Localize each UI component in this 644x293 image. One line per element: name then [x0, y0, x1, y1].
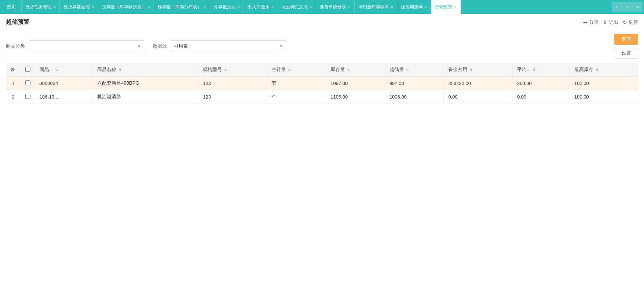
- table-body: 1 0000004 六配套新昌490BPG 123 套 1097.00 997.…: [6, 77, 638, 104]
- row-spec: 123: [198, 90, 267, 104]
- col-overflow[interactable]: 超储量 ⇅: [385, 63, 444, 77]
- row-capital: 259220.00: [444, 77, 512, 90]
- table-wrapper: ⚙ 商品... ⇅ 商品名称 ⇅ 规格型号 ⇅: [0, 63, 644, 104]
- col-spec[interactable]: 规格型号 ⇅: [198, 63, 267, 77]
- col-avg[interactable]: 平均... ⇅: [512, 63, 570, 77]
- select-all-checkbox[interactable]: [25, 67, 30, 72]
- refresh-icon: ↻: [623, 19, 627, 25]
- row-maxstock: 100.00: [570, 90, 638, 104]
- col-gear: ⚙: [6, 63, 21, 77]
- sort-icon-avg: ⇅: [533, 68, 535, 72]
- nav-tab-0[interactable]: 拣货任务管理 ×: [22, 0, 60, 14]
- row-checkbox[interactable]: [25, 80, 30, 85]
- row-checkbox-cell: [21, 90, 35, 104]
- col-name[interactable]: 商品名称 ⇅: [93, 63, 198, 77]
- datasource-label: 数据源: [153, 43, 167, 49]
- nav-tab-3[interactable]: 现存量（库存分布表） ×: [154, 0, 210, 14]
- close-tab-4[interactable]: ×: [238, 5, 240, 9]
- close-tab-9[interactable]: ×: [425, 5, 427, 9]
- category-filter: 商品分类 ▼: [6, 40, 145, 52]
- nav-tab-9[interactable]: 保质期查询 ×: [397, 0, 431, 14]
- row-avg: 0.00: [512, 90, 570, 104]
- row-overflow: 997.00: [385, 77, 444, 90]
- table-row: 1 0000004 六配套新昌490BPG 123 套 1097.00 997.…: [6, 77, 638, 90]
- nav-tab-6[interactable]: 收发存汇总表 ×: [278, 0, 316, 14]
- close-tab-7[interactable]: ×: [348, 5, 350, 9]
- share-button[interactable]: ➦ 分享: [583, 19, 599, 26]
- filter-area: 商品分类 ▼ 数据源 可用量 ▼ 查询 设置: [0, 29, 644, 63]
- col-unit[interactable]: 主计量 ⇅: [267, 63, 326, 77]
- nav-tab-10[interactable]: 超储预警 ×: [431, 0, 460, 14]
- settings-button[interactable]: 设置: [615, 48, 638, 59]
- row-name: 机油滤清器: [93, 90, 198, 104]
- page-title: 超储预警: [6, 18, 29, 26]
- nav-arrow-close[interactable]: ×: [632, 2, 643, 12]
- share-icon: ➦: [583, 19, 588, 25]
- close-tab-2[interactable]: ×: [148, 5, 150, 9]
- row-avg: 260.00: [512, 77, 570, 90]
- col-stock[interactable]: 库存量 ⇅: [326, 63, 385, 77]
- query-button[interactable]: 查询: [614, 34, 638, 45]
- datasource-select[interactable]: 可用量 ▼: [170, 40, 287, 52]
- export-icon: ⇓: [603, 19, 607, 25]
- data-table: ⚙ 商品... ⇅ 商品名称 ⇅ 规格型号 ⇅: [6, 63, 638, 104]
- sort-icon-code: ⇅: [55, 68, 58, 72]
- sort-icon-unit: ⇅: [288, 68, 291, 72]
- col-capital[interactable]: 资金占用 ⇅: [444, 63, 512, 77]
- row-index: 2: [6, 90, 21, 104]
- row-overflow: 1006.00: [385, 90, 444, 104]
- nav-arrow-right[interactable]: ›: [622, 2, 632, 12]
- row-code: 0000004: [35, 77, 93, 90]
- nav-tab-1[interactable]: 拣货异常处理 ×: [60, 0, 98, 14]
- row-checkbox-cell: [21, 77, 35, 90]
- col-checkbox: [21, 63, 35, 77]
- row-spec: 123: [198, 77, 267, 90]
- row-stock: 1097.00: [326, 77, 385, 90]
- nav-tab-5[interactable]: 出入库流水 ×: [244, 0, 278, 14]
- refresh-button[interactable]: ↻ 刷新: [623, 19, 638, 26]
- close-tab-0[interactable]: ×: [54, 5, 56, 9]
- home-tab[interactable]: 首页: [1, 0, 22, 14]
- filter-right-actions: 查询 设置: [614, 34, 638, 59]
- row-capital: 0.00: [444, 90, 512, 104]
- nav-tab-4[interactable]: 库存批次账 ×: [210, 0, 244, 14]
- gear-icon[interactable]: ⚙: [10, 67, 15, 73]
- category-select[interactable]: ▼: [28, 40, 145, 52]
- close-tab-10[interactable]: ×: [454, 5, 456, 9]
- row-maxstock: 100.00: [570, 77, 638, 90]
- sort-icon-spec: ⇅: [224, 68, 227, 72]
- table-row: 2 186-10... 机油滤清器 123 个 1106.00 1006.00 …: [6, 90, 638, 104]
- page-content: 超储预警 ➦ 分享 ⇓ 导出 ↻ 刷新 商品分类 ▼ 数据源: [0, 14, 644, 293]
- nav-tab-2[interactable]: 现存量（库存状况表） ×: [98, 0, 154, 14]
- row-unit: 套: [267, 77, 326, 90]
- nav-tab-8[interactable]: 可用量库存账本 ×: [355, 0, 397, 14]
- row-unit: 个: [267, 90, 326, 104]
- close-tab-6[interactable]: ×: [310, 5, 312, 9]
- close-tab-1[interactable]: ×: [92, 5, 94, 9]
- nav-tab-7[interactable]: 要货单统计表 ×: [316, 0, 354, 14]
- row-index: 1: [6, 77, 21, 90]
- chevron-down-icon: ▼: [137, 44, 141, 48]
- category-label: 商品分类: [6, 43, 25, 49]
- header-actions: ➦ 分享 ⇓ 导出 ↻ 刷新: [583, 19, 638, 26]
- col-code[interactable]: 商品... ⇅: [35, 63, 93, 77]
- nav-arrow-left[interactable]: ‹: [612, 2, 622, 12]
- page-header: 超储预警 ➦ 分享 ⇓ 导出 ↻ 刷新: [0, 14, 644, 29]
- export-button[interactable]: ⇓ 导出: [603, 19, 618, 26]
- datasource-value: 可用量: [174, 43, 188, 49]
- row-name: 六配套新昌490BPG: [93, 77, 198, 90]
- close-tab-8[interactable]: ×: [391, 5, 393, 9]
- datasource-filter: 数据源 可用量 ▼: [153, 40, 287, 52]
- sort-icon-overflow: ⇅: [406, 68, 409, 72]
- close-tab-5[interactable]: ×: [271, 5, 274, 9]
- chevron-down-icon2: ▼: [279, 44, 283, 48]
- table-header-row: ⚙ 商品... ⇅ 商品名称 ⇅ 规格型号 ⇅: [6, 63, 638, 77]
- row-checkbox[interactable]: [25, 94, 30, 99]
- col-maxstock[interactable]: 最高库存 ⇅: [570, 63, 638, 77]
- close-tab-3[interactable]: ×: [204, 5, 206, 9]
- nav-arrows: ‹ › ×: [612, 2, 643, 12]
- top-navigation: 首页 拣货任务管理 × 拣货异常处理 × 现存量（库存状况表） × 现存量（库存…: [0, 0, 644, 14]
- sort-icon-capital: ⇅: [469, 68, 472, 72]
- row-code: 186-10...: [35, 90, 93, 104]
- row-stock: 1106.00: [326, 90, 385, 104]
